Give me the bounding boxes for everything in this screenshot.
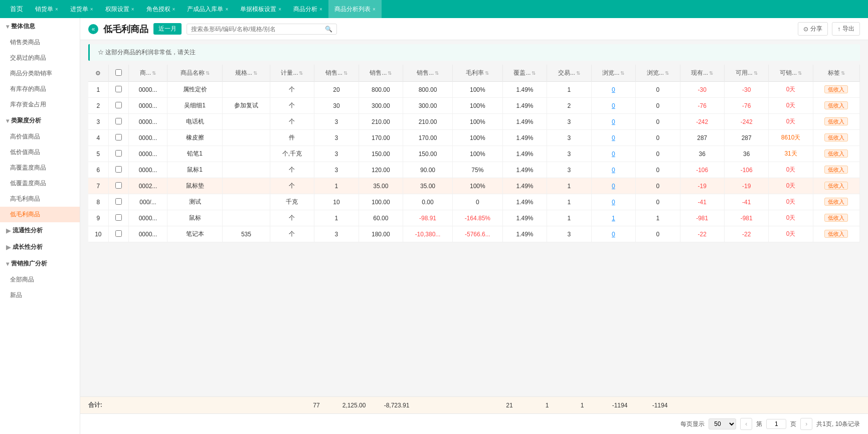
sidebar-item-stock-capital[interactable]: 库存资金占用 <box>0 97 80 112</box>
row-checkbox[interactable] <box>115 230 122 237</box>
col-name[interactable]: 商品名称⇅ <box>167 65 223 82</box>
cell-checkbox[interactable] <box>108 226 128 242</box>
col-code[interactable]: 商...⇅ <box>128 65 167 82</box>
nav-home[interactable]: 首页 <box>4 0 29 18</box>
close-icon[interactable]: × <box>278 7 281 12</box>
col-unit[interactable]: 计量...⇅ <box>270 65 314 82</box>
sidebar-item-high-value[interactable]: 高价值商品 <box>0 129 80 144</box>
cell-view1[interactable]: 1 <box>591 210 635 226</box>
row-checkbox[interactable] <box>115 118 122 124</box>
sidebar-item-sales-goods[interactable]: 销售类商品 <box>0 35 80 50</box>
sidebar-section-marketing[interactable]: ▾ 营销推广分析 <box>0 255 80 272</box>
col-coverage[interactable]: 覆盖...⇅ <box>502 65 547 82</box>
cell-coverage: 1.49% <box>502 210 547 226</box>
cell-sales-price: 170.00 <box>359 130 403 146</box>
search-input[interactable] <box>191 26 325 33</box>
close-icon[interactable]: × <box>172 7 176 12</box>
cell-view1[interactable]: 0 <box>591 130 635 146</box>
cell-view1[interactable]: 0 <box>591 226 635 242</box>
search-icon[interactable]: 🔍 <box>325 26 332 33</box>
nav-permissions[interactable]: 权限设置 × <box>99 0 140 18</box>
nav-roles[interactable]: 角色授权 × <box>140 0 182 18</box>
cell-checkbox[interactable] <box>108 210 128 226</box>
close-icon[interactable]: × <box>373 7 376 12</box>
nav-products[interactable]: 产成品入库单 × <box>181 0 234 18</box>
collapse-sidebar-button[interactable]: « <box>88 24 98 34</box>
nav-purchase[interactable]: 进货单 × <box>64 0 99 18</box>
col-sales-price[interactable]: 销售...⇅ <box>359 65 403 82</box>
cell-view1[interactable]: 0 <box>591 162 635 178</box>
sidebar-item-traded-goods[interactable]: 交易过的商品 <box>0 50 80 66</box>
page-size-select[interactable]: 50 20 100 <box>709 418 736 429</box>
cell-code: 0000... <box>128 98 167 114</box>
filter-tag-button[interactable]: 近一月 <box>153 23 182 35</box>
col-margin-rate[interactable]: 毛利率⇅ <box>452 65 502 82</box>
sidebar-section-overall[interactable]: ▾ 整体信息 <box>0 18 80 35</box>
sidebar-item-low-value[interactable]: 低价值商品 <box>0 144 80 160</box>
select-all-checkbox[interactable] <box>115 69 122 76</box>
cell-view1[interactable]: 0 <box>591 114 635 130</box>
nav-sales[interactable]: 销货单 × <box>29 0 64 18</box>
col-sales-qty[interactable]: 销售...⇅ <box>314 65 359 82</box>
cell-row-no: 6 <box>88 162 108 178</box>
col-stock-saleable[interactable]: 可销...⇅ <box>769 65 813 82</box>
col-sales-profit[interactable]: 销售...⇅ <box>403 65 453 82</box>
col-stock-available[interactable]: 可用...⇅ <box>724 65 768 82</box>
col-settings[interactable]: ⚙ <box>88 65 108 82</box>
col-checkbox[interactable] <box>108 65 128 82</box>
close-icon[interactable]: × <box>131 7 134 12</box>
cell-margin-rate: 100% <box>452 98 502 114</box>
sidebar-section-growth[interactable]: ▶ 成长性分析 <box>0 239 80 255</box>
nav-analysis[interactable]: 商品分析 × <box>287 0 328 18</box>
sidebar-section-flow[interactable]: ▶ 流通性分析 <box>0 222 80 239</box>
row-checkbox[interactable] <box>115 150 122 157</box>
cell-view1[interactable]: 0 <box>591 194 635 210</box>
page-number-input[interactable] <box>766 419 786 429</box>
col-spec[interactable]: 规格...⇅ <box>223 65 270 82</box>
row-checkbox[interactable] <box>115 166 122 173</box>
close-icon[interactable]: × <box>225 7 228 12</box>
sidebar-item-low-margin[interactable]: 低毛利商品 <box>0 207 80 222</box>
nav-analysis-list[interactable]: 商品分析列表 × <box>328 0 382 18</box>
col-tag[interactable]: 标签⇅ <box>813 65 859 82</box>
row-checkbox[interactable] <box>115 182 122 189</box>
cell-checkbox[interactable] <box>108 178 128 194</box>
row-checkbox[interactable] <box>115 86 122 92</box>
close-icon[interactable]: × <box>90 7 93 12</box>
close-icon[interactable]: × <box>319 7 322 12</box>
cell-view1[interactable]: 0 <box>591 178 635 194</box>
cell-checkbox[interactable] <box>108 114 128 130</box>
share-button[interactable]: ⊙ 分享 <box>798 22 828 36</box>
notice-bar: ☆ 这部分商品的利润非常低，请关注 <box>88 44 860 61</box>
prev-page-button[interactable]: ‹ <box>740 418 752 430</box>
cell-checkbox[interactable] <box>108 82 128 98</box>
row-checkbox[interactable] <box>115 214 122 221</box>
cell-checkbox[interactable] <box>108 98 128 114</box>
export-button[interactable]: ↑ 导出 <box>832 22 860 36</box>
sidebar-item-all-goods[interactable]: 全部商品 <box>0 272 80 287</box>
col-view2[interactable]: 浏览...⇅ <box>636 65 680 82</box>
col-transaction[interactable]: 交易...⇅ <box>547 65 591 82</box>
nav-templates[interactable]: 单据模板设置 × <box>234 0 287 18</box>
cell-view1[interactable]: 0 <box>591 82 635 98</box>
cell-checkbox[interactable] <box>108 130 128 146</box>
cell-checkbox[interactable] <box>108 162 128 178</box>
close-icon[interactable]: × <box>55 7 58 12</box>
sidebar-item-stocked-goods[interactable]: 有库存的商品 <box>0 81 80 97</box>
col-stock-current[interactable]: 现有...⇅ <box>680 65 724 82</box>
cell-view1[interactable]: 0 <box>591 146 635 162</box>
cell-view1[interactable]: 0 <box>591 98 635 114</box>
sidebar-item-new-goods[interactable]: 新品 <box>0 287 80 303</box>
col-view1[interactable]: 浏览...⇅ <box>591 65 635 82</box>
sidebar-section-cluster[interactable]: ▾ 类聚度分析 <box>0 112 80 129</box>
cell-checkbox[interactable] <box>108 146 128 162</box>
sidebar-item-category-rate[interactable]: 商品分类助销率 <box>0 66 80 81</box>
sidebar-item-low-coverage[interactable]: 低覆盖度商品 <box>0 176 80 191</box>
cell-checkbox[interactable] <box>108 194 128 210</box>
row-checkbox[interactable] <box>115 198 122 205</box>
sidebar-item-high-coverage[interactable]: 高覆盖度商品 <box>0 160 80 176</box>
row-checkbox[interactable] <box>115 102 122 108</box>
next-page-button[interactable]: › <box>800 418 812 430</box>
row-checkbox[interactable] <box>115 134 122 140</box>
sidebar-item-high-margin[interactable]: 高毛利商品 <box>0 191 80 207</box>
